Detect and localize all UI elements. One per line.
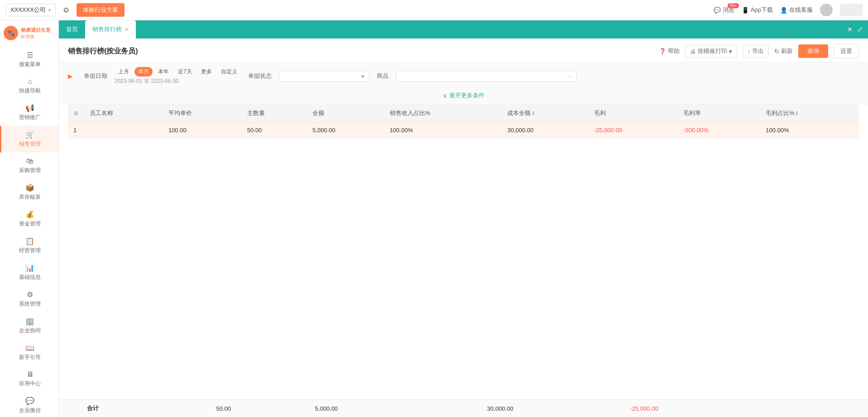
window-close-icon[interactable]: ✕ bbox=[847, 26, 853, 33]
status-filter-label: 单据状态 bbox=[248, 72, 272, 80]
message-badge: 99+ bbox=[728, 3, 739, 8]
sidebar-item-system[interactable]: ⚙ 系统管理 bbox=[0, 286, 58, 312]
refresh-label: 刷新 bbox=[781, 47, 793, 55]
help-icon: ❓ bbox=[659, 48, 666, 55]
sidebar-item-finance-label: 资金管理 bbox=[19, 220, 41, 228]
logo-text-line1: 畅康通好生意 bbox=[21, 27, 51, 34]
row-rank: 1 bbox=[68, 122, 84, 139]
col-header-gross-pct: 毛利占比% ℹ bbox=[760, 105, 859, 122]
settings-button[interactable]: 设置 bbox=[834, 44, 859, 58]
cost-info-icon[interactable]: ℹ bbox=[532, 110, 534, 116]
col-header-gross: 毛利 bbox=[589, 105, 678, 122]
tab-sales-rank[interactable]: 销售排行榜 ✕ bbox=[85, 20, 136, 38]
operations-icon: 📋 bbox=[25, 237, 34, 245]
goods-select[interactable]: ··· bbox=[396, 71, 577, 82]
col-settings-icon[interactable]: ⚙ bbox=[73, 110, 79, 117]
help-button[interactable]: ❓ 帮助 bbox=[659, 47, 680, 55]
filter-row: ▶ 单据日期 上月 本月 本年 近7天 更多 自定义 bbox=[68, 67, 859, 85]
sidebar-item-marketing-label: 营销推广 bbox=[19, 114, 41, 121]
col-header-settings[interactable]: ⚙ bbox=[68, 105, 84, 122]
sidebar-item-sales[interactable]: 🛒 销售管理 bbox=[0, 126, 58, 153]
sidebar-item-quick-nav-label: 快捷导航 bbox=[19, 87, 41, 95]
app-download-button[interactable]: 📱 App下载 bbox=[742, 6, 773, 14]
row-qty: 50.00 bbox=[242, 122, 307, 139]
sidebar-item-sales-label: 销售管理 bbox=[19, 140, 41, 148]
sidebar-item-app-center[interactable]: 🖥 应用中心 bbox=[0, 366, 58, 392]
footer-table: 合计 50.00 5,000.00 30,000.00 -25,000.00 bbox=[68, 404, 859, 412]
expand-more-label: 展开更多条件 bbox=[449, 91, 484, 100]
footer-empty-col bbox=[68, 404, 82, 412]
guide-icon: 📖 bbox=[25, 344, 34, 352]
status-select[interactable]: ▾ bbox=[279, 71, 369, 82]
export-icon: ↑ bbox=[748, 48, 751, 55]
export-button[interactable]: ↑ 导出 bbox=[743, 45, 769, 58]
row-avg-price: 100.00 bbox=[163, 122, 242, 139]
wechat-icon: 💬 bbox=[25, 397, 34, 405]
footer-avg-price-empty bbox=[169, 404, 211, 412]
sidebar-item-app-center-label: 应用中心 bbox=[19, 380, 41, 388]
footer-gross-pct-empty bbox=[817, 404, 859, 412]
sidebar-item-basic-info[interactable]: 📊 基础信息 bbox=[0, 259, 58, 286]
query-button[interactable]: 查询 bbox=[798, 44, 828, 58]
sidebar-item-wechat-label: 企业微信 bbox=[19, 407, 41, 414]
col-header-total: 全额 bbox=[307, 105, 384, 122]
goods-more-icon[interactable]: ··· bbox=[567, 73, 572, 80]
date-tab-last-month[interactable]: 上月 bbox=[115, 67, 133, 77]
sales-icon: 🛒 bbox=[25, 130, 34, 139]
sidebar-item-search-order-label: 搜索菜单 bbox=[19, 61, 41, 68]
sidebar-item-guide[interactable]: 📖 新手引导 bbox=[0, 339, 58, 366]
date-tab-custom[interactable]: 自定义 bbox=[217, 67, 241, 77]
sidebar-item-marketing[interactable]: 📢 营销推广 bbox=[0, 99, 58, 126]
print-button[interactable]: 🖨 按模板打印 ▾ bbox=[685, 45, 737, 58]
sidebar-item-enterprise-label: 企业协同 bbox=[19, 327, 41, 335]
topbar-settings-button[interactable]: ⚙ bbox=[59, 3, 73, 17]
export-label: 导出 bbox=[752, 47, 764, 55]
sidebar-item-wechat[interactable]: 💬 企业微信 bbox=[0, 392, 58, 417]
online-support-icon: 👤 bbox=[780, 7, 787, 14]
footer-gross-rate-empty bbox=[775, 404, 817, 412]
date-tab-current-year[interactable]: 本年 bbox=[154, 67, 173, 77]
tab-sales-rank-close[interactable]: ✕ bbox=[125, 27, 129, 33]
trial-button[interactable]: 体验行业方案 bbox=[77, 3, 125, 17]
sidebar-item-operations-label: 经营管理 bbox=[19, 247, 41, 254]
sidebar-item-basic-info-label: 基础信息 bbox=[19, 273, 41, 281]
tab-home[interactable]: 首页 bbox=[59, 20, 85, 38]
online-support-button[interactable]: 👤 在线客服 bbox=[780, 6, 813, 14]
user-name-display[interactable] bbox=[840, 4, 863, 16]
app-download-icon: 📱 bbox=[742, 7, 749, 14]
avatar[interactable] bbox=[820, 4, 833, 16]
gross-pct-info-icon[interactable]: ℹ bbox=[796, 110, 798, 116]
app-download-label: App下载 bbox=[751, 6, 773, 14]
marketing-icon: 📢 bbox=[25, 104, 34, 112]
message-button[interactable]: 💬 消息 99+ bbox=[714, 6, 734, 14]
window-maximize-icon[interactable]: ⤢ bbox=[857, 26, 863, 33]
logo-text-line2: 标准版 bbox=[21, 34, 51, 40]
message-icon: 💬 bbox=[714, 7, 721, 14]
sidebar-item-search-order[interactable]: ☰ 搜索菜单 bbox=[0, 46, 58, 73]
date-tab-current-month[interactable]: 本月 bbox=[134, 67, 153, 77]
date-tab-last-7-days[interactable]: 近7天 bbox=[174, 67, 196, 77]
sidebar-item-guide-label: 新手引导 bbox=[19, 354, 41, 361]
col-header-qty: 主数量 bbox=[242, 105, 307, 122]
company-selector[interactable]: XXXXXX公司 ▾ bbox=[5, 4, 56, 16]
print-label: 按模板打印 bbox=[698, 47, 727, 55]
date-tab-more[interactable]: 更多 bbox=[197, 67, 216, 77]
sidebar-item-purchase[interactable]: 🛍 采购管理 bbox=[0, 153, 58, 179]
footer-gross: -25,000.00 bbox=[624, 404, 775, 412]
footer-qty: 50.00 bbox=[211, 404, 309, 412]
sidebar-item-inventory-label: 库存核算 bbox=[19, 193, 41, 201]
sidebar-item-inventory[interactable]: 📦 库存核算 bbox=[0, 179, 58, 206]
expand-more-button[interactable]: ∨ 展开更多条件 bbox=[443, 91, 484, 100]
enterprise-icon: 🏢 bbox=[25, 317, 34, 326]
refresh-button[interactable]: ↻ 刷新 bbox=[774, 47, 793, 55]
sidebar-item-enterprise[interactable]: 🏢 企业协同 bbox=[0, 312, 58, 339]
expand-more-arrow: ∨ bbox=[443, 92, 447, 99]
sidebar-item-operations[interactable]: 📋 经营管理 bbox=[0, 232, 58, 259]
col-header-avg-price: 平均单价 bbox=[163, 105, 242, 122]
search-order-icon: ☰ bbox=[27, 51, 33, 59]
sidebar-item-finance[interactable]: 💰 资金管理 bbox=[0, 206, 58, 232]
sidebar-item-quick-nav[interactable]: ⌂ 快捷导航 bbox=[0, 73, 58, 99]
sidebar: 🐾 畅康通好生意 标准版 ☰ 搜索菜单 ⌂ 快捷导航 📢 营销推广 🛒 销售 bbox=[0, 20, 59, 417]
filter-toggle-arrow[interactable]: ▶ bbox=[68, 72, 73, 80]
company-dropdown-arrow: ▾ bbox=[48, 8, 51, 13]
